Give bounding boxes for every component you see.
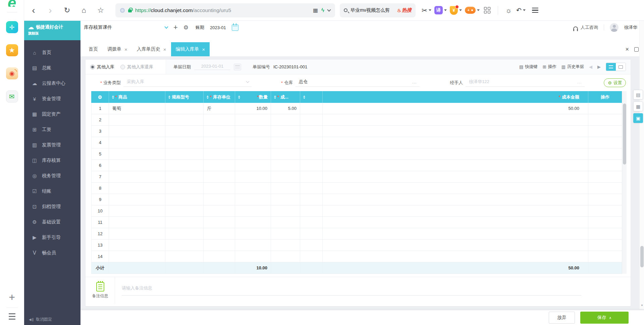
table-row[interactable]: 12: [91, 228, 622, 240]
cell-price[interactable]: [271, 171, 300, 182]
cell-unit[interactable]: [204, 240, 235, 251]
sidebar-item-closing[interactable]: ☑结账: [24, 184, 80, 199]
page-scrollbar[interactable]: ▼: [639, 21, 644, 309]
cell-amount[interactable]: [323, 148, 588, 159]
cell[interactable]: [300, 205, 323, 216]
shield-yuan-icon[interactable]: ¥: [450, 6, 458, 15]
cell-spec[interactable]: [165, 103, 204, 114]
cell-price[interactable]: [271, 183, 300, 194]
cell[interactable]: [588, 126, 622, 137]
cell-spec[interactable]: [165, 217, 204, 228]
radio-other-inbound-return[interactable]: 其他入库退库: [120, 64, 153, 70]
sort-icon[interactable]: [112, 95, 114, 99]
cell-product[interactable]: [109, 194, 165, 205]
sort-icon[interactable]: [238, 95, 240, 99]
side-tool-calc-icon[interactable]: ▦: [633, 102, 643, 111]
cell[interactable]: [588, 251, 622, 262]
cell-amount[interactable]: [323, 194, 588, 205]
cell-no[interactable]: 13: [91, 240, 109, 251]
cell-spec[interactable]: [165, 251, 204, 262]
cell-product[interactable]: [109, 114, 165, 125]
grid-column-settings[interactable]: ⚙: [91, 91, 109, 103]
chevron-down-icon[interactable]: [523, 9, 526, 11]
cell-price[interactable]: [271, 148, 300, 159]
side-tool-voucher-icon[interactable]: ▣: [633, 113, 643, 123]
cell-no[interactable]: 2: [91, 114, 109, 125]
table-row[interactable]: 10: [91, 205, 622, 217]
account-set-selector[interactable]: 库存核算课件: [84, 24, 168, 30]
cell-spec[interactable]: [165, 171, 204, 182]
cell[interactable]: [588, 137, 622, 148]
cell-price[interactable]: [271, 194, 300, 205]
bookmark-star-icon[interactable]: ☆: [97, 7, 105, 14]
table-row[interactable]: 2: [91, 114, 622, 126]
cell-qty[interactable]: [235, 205, 271, 216]
cell-price[interactable]: [271, 137, 300, 148]
cell-qty[interactable]: [235, 160, 271, 171]
cell-product[interactable]: [109, 183, 165, 194]
theme-sun-icon[interactable]: ☼: [505, 6, 512, 14]
cell[interactable]: [300, 137, 323, 148]
cell-price[interactable]: [271, 205, 300, 216]
cell-amount[interactable]: [323, 137, 588, 148]
doc-date-value[interactable]: 2023-01-01: [194, 64, 230, 70]
avatar[interactable]: [610, 23, 619, 32]
cell-no[interactable]: 4: [91, 137, 109, 148]
table-row[interactable]: 4: [91, 137, 622, 148]
cell-price[interactable]: [271, 126, 300, 137]
cell-no[interactable]: 6: [91, 160, 109, 171]
dock-list-icon[interactable]: [9, 313, 15, 320]
period-calendar-icon[interactable]: [232, 24, 238, 31]
qr-code-icon[interactable]: ▦: [313, 7, 318, 13]
period-value[interactable]: 2023-01: [210, 25, 226, 30]
sidebar-item-tax[interactable]: ◎税务管理: [24, 168, 80, 184]
sidebar-item-archive[interactable]: ⊡归档管理: [24, 199, 80, 214]
cell[interactable]: [300, 114, 323, 125]
cell-qty[interactable]: [235, 137, 271, 148]
sidebar-item-member[interactable]: Ⅴ畅会员: [24, 245, 80, 261]
search-query[interactable]: 毕业mv视频怎么剪: [351, 7, 394, 13]
cell[interactable]: [300, 160, 323, 171]
next-doc-arrow-icon[interactable]: ▶: [597, 64, 601, 69]
menu-icon[interactable]: [532, 8, 538, 13]
cell[interactable]: [588, 114, 622, 125]
shortcut-keys-button[interactable]: ▤快捷键: [519, 64, 538, 70]
sidebar-item-payroll[interactable]: ⊞工资: [24, 122, 80, 137]
cell-amount[interactable]: [323, 217, 588, 228]
screenshot-extension[interactable]: ✂: [422, 6, 431, 14]
sidebar-item-assets[interactable]: ▦固定资产: [24, 107, 80, 122]
cell-unit[interactable]: [204, 183, 235, 194]
cell-qty[interactable]: [235, 240, 271, 251]
site-info-icon[interactable]: [120, 8, 125, 13]
lightning-icon[interactable]: ϟ: [321, 7, 324, 14]
tab-首页[interactable]: 首页: [84, 42, 103, 56]
header-unit[interactable]: *库存单位: [204, 91, 235, 103]
cell-no[interactable]: 8: [91, 183, 109, 194]
address-bar[interactable]: https://cloud.chanjet.com/accounting/uru…: [115, 3, 335, 17]
cell[interactable]: [588, 217, 622, 228]
table-row[interactable]: 14: [91, 251, 622, 262]
table-row[interactable]: 1葡萄斤10.005.0050.00: [91, 103, 622, 114]
dock-app-mail-icon[interactable]: ✉: [6, 90, 18, 103]
cell-qty[interactable]: [235, 126, 271, 137]
cell[interactable]: [300, 240, 323, 251]
support-button[interactable]: 人工咨询: [573, 24, 598, 30]
more-options-icon[interactable]: …: [412, 79, 417, 84]
sidebar-item-report[interactable]: ☁云报表中心: [24, 76, 80, 91]
cell[interactable]: [588, 171, 622, 182]
operations-button[interactable]: ⊞操作: [543, 64, 556, 70]
cell-product[interactable]: [109, 148, 165, 159]
cell-product[interactable]: 葡萄: [109, 103, 165, 114]
cell-price[interactable]: [271, 160, 300, 171]
cell[interactable]: [588, 228, 622, 239]
cell[interactable]: [588, 240, 622, 251]
header-product[interactable]: *商品: [109, 91, 165, 103]
header-spec[interactable]: 规格型号: [165, 91, 204, 103]
cell[interactable]: [300, 194, 323, 205]
cell-no[interactable]: 1: [91, 103, 109, 114]
discard-button[interactable]: 放弃: [549, 312, 575, 324]
handler-select[interactable]: 徐泽华122 …: [466, 79, 585, 87]
tab-close-icon[interactable]: ×: [202, 47, 205, 52]
table-row[interactable]: 5: [91, 148, 622, 160]
cell[interactable]: [588, 183, 622, 194]
